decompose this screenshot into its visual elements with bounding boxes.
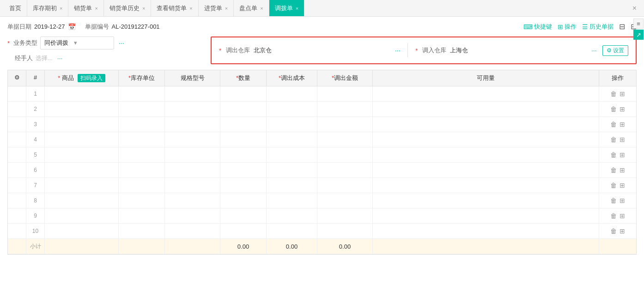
- row-product[interactable]: [45, 147, 119, 162]
- delete-row-icon[interactable]: 🗑: [610, 151, 617, 159]
- copy-row-icon[interactable]: ⊞: [620, 90, 625, 98]
- row-product[interactable]: [45, 86, 119, 101]
- date-value: 2019-12-27: [34, 23, 65, 30]
- copy-row-icon[interactable]: ⊞: [620, 151, 625, 159]
- th-spec: 规格型号: [165, 70, 220, 86]
- row-amount: [317, 224, 373, 238]
- table-row: 2 🗑 ⊞: [8, 102, 636, 117]
- scan-button[interactable]: 扫码录入: [78, 74, 105, 82]
- row-seq: 6: [26, 163, 45, 177]
- tab-transfer[interactable]: 调拨单 ×: [269, 0, 304, 16]
- delete-row-icon[interactable]: 🗑: [610, 212, 617, 220]
- shortcut-button[interactable]: ⌨ 快捷键: [523, 23, 552, 31]
- business-type-more-button[interactable]: ···: [119, 39, 124, 47]
- delete-row-icon[interactable]: 🗑: [610, 197, 617, 204]
- delete-row-icon[interactable]: 🗑: [610, 105, 617, 113]
- history-button[interactable]: ☰ 历史单据: [582, 23, 614, 31]
- delete-row-icon[interactable]: 🗑: [610, 90, 617, 98]
- tab-transfer-close[interactable]: ×: [296, 6, 298, 11]
- tab-inventory-init[interactable]: 库存期初 ×: [27, 0, 68, 16]
- tab-view-sales-close[interactable]: ×: [189, 6, 192, 11]
- business-type-dropdown[interactable]: 同价调拨 ▾: [40, 37, 114, 49]
- copy-row-icon[interactable]: ⊞: [620, 197, 625, 204]
- th-product: * 商品 扫码录入: [45, 70, 119, 86]
- row-cost: [267, 102, 317, 116]
- person-select[interactable]: 选择...: [36, 54, 53, 62]
- th-unit: *库存单位: [119, 70, 165, 86]
- row-product[interactable]: [45, 193, 119, 208]
- in-warehouse-group: * 调入仓库 上海仓 ···: [415, 46, 596, 55]
- tab-home[interactable]: 首页: [4, 0, 27, 16]
- tab-purchase-order-close[interactable]: ×: [225, 6, 228, 11]
- tab-sales-order[interactable]: 销货单 ×: [68, 0, 103, 16]
- tab-view-sales[interactable]: 查看销货单 ×: [151, 0, 198, 16]
- row-available: [373, 193, 599, 208]
- table-header: ⚙ # * 商品 扫码录入 *库存单位 规格型号 *数量 *调出成本 *调出金额…: [8, 70, 636, 86]
- row-qty: [220, 117, 267, 132]
- row-seq: 9: [26, 208, 45, 223]
- tab-sales-history[interactable]: 销货单历史 ×: [104, 0, 151, 16]
- row-product[interactable]: [45, 163, 119, 177]
- close-all-tabs-button[interactable]: ×: [629, 4, 640, 12]
- subtotal-label: 小计: [30, 243, 41, 250]
- product-required-star: *: [58, 74, 60, 81]
- tab-sales-order-label: 销货单: [74, 4, 92, 12]
- row-qty: [220, 193, 267, 208]
- row-available: [373, 86, 599, 101]
- row-unit: [119, 178, 165, 193]
- shortcut-icon: ⌨: [523, 23, 533, 31]
- header-row: 单据日期 2019-12-27 📅 单据编号 AL-20191227-001 ⌨…: [7, 22, 637, 31]
- tab-sales-order-close[interactable]: ×: [95, 6, 97, 11]
- row-spec: [165, 224, 220, 238]
- copy-row-icon[interactable]: ⊞: [620, 121, 625, 128]
- copy-row-icon[interactable]: ⊞: [620, 182, 625, 189]
- row-product[interactable]: [45, 132, 119, 147]
- grid-view-icon[interactable]: ⊟: [619, 22, 625, 31]
- tab-view-sales-label: 查看销货单: [157, 4, 187, 12]
- tab-sales-history-close[interactable]: ×: [142, 6, 145, 11]
- sidebar-notes-icon[interactable]: ≡: [633, 18, 644, 29]
- copy-row-icon[interactable]: ⊞: [620, 136, 625, 143]
- row-product[interactable]: [45, 224, 119, 238]
- table-row: 6 🗑 ⊞: [8, 163, 636, 178]
- row-seq: 7: [26, 178, 45, 193]
- tab-inventory-init-close[interactable]: ×: [60, 6, 62, 11]
- row-product[interactable]: [45, 208, 119, 223]
- row-product[interactable]: [45, 102, 119, 116]
- tab-stocktake-close[interactable]: ×: [260, 6, 263, 11]
- th-settings[interactable]: ⚙: [8, 70, 26, 86]
- date-label: 单据日期: [7, 23, 31, 31]
- copy-row-icon[interactable]: ⊞: [620, 166, 625, 174]
- row-unit: [119, 163, 165, 177]
- sidebar-export-icon[interactable]: ↗: [633, 30, 644, 40]
- operations-button[interactable]: ⊞ 操作: [558, 23, 577, 31]
- in-warehouse-more-button[interactable]: ···: [591, 47, 597, 54]
- row-unit: [119, 132, 165, 147]
- row-seq: 10: [26, 224, 45, 238]
- delete-row-icon[interactable]: 🗑: [610, 166, 617, 174]
- delete-row-icon[interactable]: 🗑: [610, 136, 617, 143]
- delete-row-icon[interactable]: 🗑: [610, 227, 617, 235]
- copy-row-icon[interactable]: ⊞: [620, 212, 625, 220]
- table-row: 5 🗑 ⊞: [8, 147, 636, 163]
- row-cost: [267, 147, 317, 162]
- row-product[interactable]: [45, 178, 119, 193]
- row-amount: [317, 208, 373, 223]
- out-warehouse-more-button[interactable]: ···: [395, 47, 401, 54]
- th-qty: *数量: [220, 70, 267, 86]
- copy-row-icon[interactable]: ⊞: [620, 227, 625, 235]
- copy-row-icon[interactable]: ⊞: [620, 105, 625, 113]
- tab-stocktake-label: 盘点单: [239, 4, 257, 12]
- row-unit: [119, 147, 165, 162]
- row-seq: 4: [26, 132, 45, 147]
- delete-row-icon[interactable]: 🗑: [610, 121, 617, 128]
- row-spec: [165, 178, 220, 193]
- settings-button[interactable]: ⚙ 设置: [602, 45, 628, 56]
- tab-stocktake[interactable]: 盘点单 ×: [234, 0, 269, 16]
- row-cost: [267, 224, 317, 238]
- person-more-button[interactable]: ···: [57, 55, 63, 62]
- calendar-icon[interactable]: 📅: [68, 23, 76, 31]
- delete-row-icon[interactable]: 🗑: [610, 182, 617, 189]
- tab-purchase-order[interactable]: 进货单 ×: [199, 0, 234, 16]
- row-product[interactable]: [45, 117, 119, 132]
